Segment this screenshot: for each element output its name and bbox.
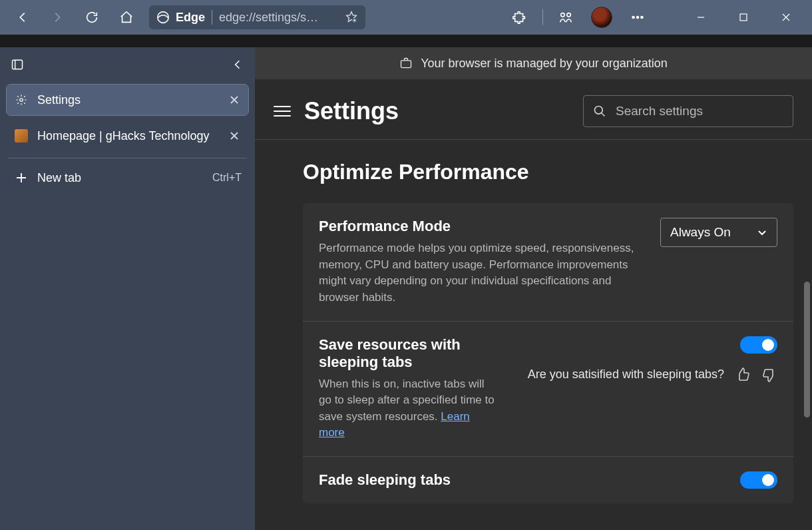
feedback-prompt: Are you satisified with sleeping tabs? — [528, 367, 777, 383]
more-button[interactable] — [622, 1, 654, 33]
svg-point-5 — [637, 17, 639, 19]
new-tab-shortcut: Ctrl+T — [212, 172, 242, 184]
svg-point-4 — [632, 17, 634, 19]
svg-point-2 — [561, 13, 565, 17]
tab-actions-button[interactable] — [11, 58, 24, 74]
tab-settings[interactable]: Settings — [7, 85, 248, 115]
section-title: Optimize Performance — [303, 160, 793, 184]
sleeping-tabs-row: Save resources with sleeping tabs When t… — [303, 322, 793, 457]
vertical-tabs-sidebar: Settings Homepage | gHacks Technology Ne… — [0, 47, 255, 530]
page-title: Settings — [304, 97, 399, 125]
avatar — [591, 7, 612, 28]
tab-homepage[interactable]: Homepage | gHacks Technology — [7, 121, 248, 151]
row-title: Fade sleeping tabs — [319, 471, 724, 489]
edge-icon — [156, 10, 170, 25]
briefcase-icon — [399, 57, 413, 70]
svg-rect-10 — [401, 61, 411, 68]
tab-label: Settings — [37, 93, 227, 107]
chevron-down-icon — [757, 227, 767, 238]
performance-mode-dropdown[interactable]: Always On — [660, 218, 777, 247]
tab-close-button[interactable] — [227, 93, 242, 107]
managed-banner: Your browser is managed by your organiza… — [255, 47, 812, 79]
performance-card: Performance Mode Performance mode helps … — [303, 203, 793, 503]
minimize-button[interactable] — [682, 1, 720, 33]
settings-content: Your browser is managed by your organiza… — [255, 47, 812, 530]
close-button[interactable] — [767, 1, 805, 33]
favorite-icon[interactable] — [344, 10, 359, 25]
banner-text: Your browser is managed by your organiza… — [421, 57, 668, 71]
svg-point-6 — [641, 17, 643, 19]
address-label: Edge — [176, 11, 205, 25]
row-desc: Performance mode helps you optimize spee… — [319, 240, 644, 306]
settings-menu-button[interactable] — [274, 106, 291, 117]
svg-rect-7 — [740, 14, 747, 21]
back-button[interactable] — [7, 1, 39, 33]
settings-scroll[interactable]: Optimize Performance Performance Mode Pe… — [255, 140, 812, 530]
profile-button[interactable] — [586, 1, 618, 33]
refresh-button[interactable] — [76, 1, 108, 33]
svg-point-11 — [595, 107, 603, 115]
extensions-button[interactable] — [504, 1, 536, 33]
svg-rect-8 — [13, 60, 23, 69]
scrollbar-thumb[interactable] — [804, 282, 810, 417]
favicon — [15, 129, 28, 142]
collections-button[interactable] — [550, 1, 582, 33]
row-desc: When this is on, inactive tabs will go t… — [319, 376, 499, 442]
thumbs-down-icon[interactable] — [761, 367, 777, 383]
address-url: edge://settings/s… — [219, 11, 339, 25]
new-tab-button[interactable]: New tab Ctrl+T — [7, 162, 248, 193]
thumbs-up-icon[interactable] — [735, 367, 751, 383]
new-tab-label: New tab — [37, 171, 81, 185]
settings-search[interactable] — [583, 95, 793, 127]
browser-toolbar: Edge edge://settings/s… — [0, 0, 812, 35]
maximize-button[interactable] — [724, 1, 763, 33]
address-bar[interactable]: Edge edge://settings/s… — [149, 5, 365, 29]
fade-sleeping-toggle[interactable] — [740, 471, 777, 489]
fade-sleeping-row: Fade sleeping tabs — [303, 457, 793, 503]
performance-mode-row: Performance Mode Performance mode helps … — [303, 203, 793, 322]
svg-point-3 — [567, 13, 571, 17]
home-button[interactable] — [110, 1, 142, 33]
svg-point-9 — [20, 99, 23, 102]
search-input[interactable] — [616, 104, 783, 119]
row-title: Performance Mode — [319, 218, 644, 235]
tab-label: Homepage | gHacks Technology — [37, 129, 227, 143]
search-icon — [593, 105, 606, 118]
sleeping-tabs-toggle[interactable] — [740, 336, 777, 354]
dropdown-value: Always On — [670, 225, 731, 240]
row-title: Save resources with sleeping tabs — [319, 336, 499, 371]
tab-close-button[interactable] — [227, 129, 242, 143]
gear-icon — [13, 94, 29, 106]
collapse-sidebar-button[interactable] — [231, 58, 244, 74]
forward-button[interactable] — [41, 1, 73, 33]
plus-icon — [13, 172, 29, 184]
